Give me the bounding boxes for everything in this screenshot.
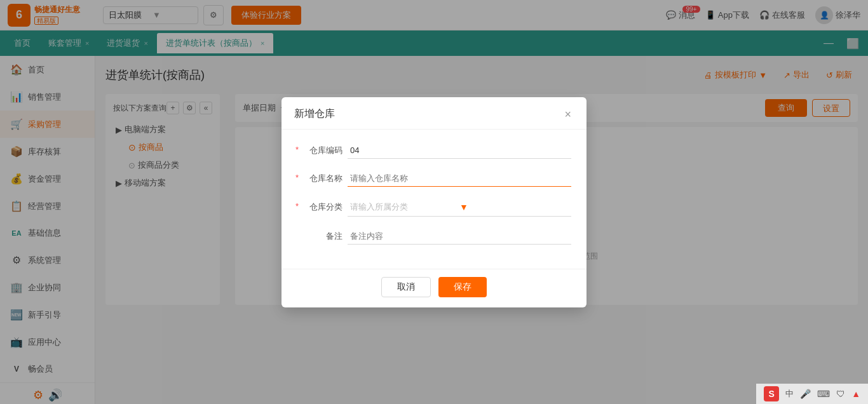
dialog-title: 新增仓库 [294, 107, 335, 121]
warehouse-name-row: 仓库名称 [297, 170, 571, 187]
taskbar-icon-2[interactable]: ▲ [851, 389, 860, 399]
warehouse-code-row: 仓库编码 [297, 142, 571, 159]
warehouse-code-input[interactable] [348, 142, 571, 159]
warehouse-category-select[interactable]: 请输入所属分类 ▼ [348, 198, 571, 217]
s-logo: S [764, 386, 779, 401]
keyboard-icon[interactable]: ⌨ [817, 389, 830, 399]
warehouse-note-label: 备注 [297, 231, 348, 242]
warehouse-category-label: 仓库分类 [297, 201, 348, 213]
warehouse-category-row: 仓库分类 请输入所属分类 ▼ [297, 198, 571, 217]
dialog-footer: 取消 保存 [281, 269, 587, 307]
category-dropdown-icon: ▼ [459, 202, 569, 212]
warehouse-name-input[interactable] [348, 170, 571, 187]
taskbar-icon-1[interactable]: 🛡 [836, 389, 845, 399]
mic-icon[interactable]: 🎤 [800, 389, 811, 399]
cancel-button[interactable]: 取消 [381, 277, 431, 297]
dialog-close-button[interactable]: × [562, 107, 574, 121]
dialog-header: 新增仓库 × [281, 97, 587, 130]
warehouse-code-label: 仓库编码 [297, 145, 348, 156]
input-method-zh[interactable]: 中 [785, 388, 794, 400]
warehouse-note-input[interactable] [348, 228, 571, 245]
warehouse-name-label: 仓库名称 [297, 173, 348, 184]
save-button[interactable]: 保存 [438, 277, 487, 297]
dialog-body: 仓库编码 仓库名称 仓库分类 请输入所属分类 ▼ 备注 [281, 130, 587, 269]
modal-overlay[interactable]: 新增仓库 × 仓库编码 仓库名称 仓库分类 请输入所属分类 ▼ [0, 0, 868, 404]
add-warehouse-dialog: 新增仓库 × 仓库编码 仓库名称 仓库分类 请输入所属分类 ▼ [281, 97, 587, 307]
bottom-status-bar: S 中 🎤 ⌨ 🛡 ▲ [756, 384, 868, 404]
warehouse-note-row: 备注 [297, 228, 571, 245]
